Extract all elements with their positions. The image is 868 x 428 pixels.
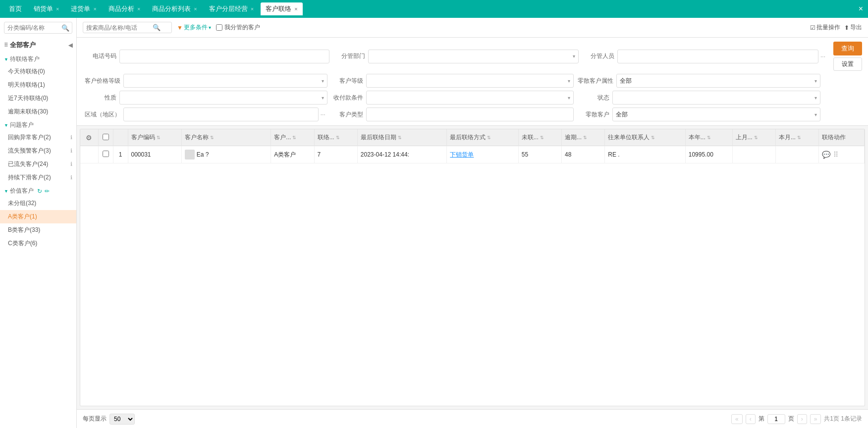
table-settings-icon[interactable]: ⚙	[86, 134, 92, 142]
payment-select[interactable]: ▾	[366, 91, 574, 105]
sidebar-item-a-class[interactable]: A类客户(1)	[0, 210, 76, 223]
nav-product-analysis-list[interactable]: 商品分析列表 ×	[147, 2, 202, 15]
close-customer-segment-tab[interactable]: ×	[251, 6, 254, 12]
first-page-btn[interactable]: «	[731, 414, 743, 424]
person-dots[interactable]: ···	[818, 53, 827, 60]
my-customers-checkbox[interactable]	[216, 24, 222, 31]
info-icon-repurchase: ℹ	[70, 134, 72, 141]
nature-select[interactable]: ▾	[119, 91, 327, 105]
retail-customer-label: 零散客户	[578, 110, 612, 119]
sidebar-item-churned[interactable]: 已流失客户(24) ℹ	[0, 158, 76, 171]
filter-icon: ▼	[177, 24, 183, 31]
customer-type-input[interactable]	[366, 107, 574, 121]
td-name: Ea ?	[181, 146, 271, 163]
close-product-analysis-tab[interactable]: ×	[137, 6, 140, 12]
region-dots[interactable]: ···	[319, 111, 327, 118]
table-header-row: ⚙ 客户编码 ⇅	[80, 129, 865, 146]
table-wrapper: ⚙ 客户编码 ⇅	[80, 129, 865, 406]
sort-name-icon[interactable]: ⇅	[210, 135, 214, 140]
close-customer-contact-tab[interactable]: ×	[294, 6, 297, 12]
query-btn[interactable]: 查询	[833, 42, 862, 55]
qr-icon[interactable]: ⠿	[833, 151, 838, 159]
sidebar-item-today[interactable]: 今天待联络(0)	[0, 65, 76, 78]
payment-label: 收付款条件	[331, 94, 366, 102]
retail-attr-select[interactable]: 全部 ▾	[616, 74, 820, 88]
chat-icon[interactable]: 💬	[822, 151, 830, 159]
last-contact-way-link[interactable]: 下销货单	[450, 151, 474, 158]
region-input[interactable]	[123, 107, 319, 121]
sort-type-icon[interactable]: ⇅	[292, 135, 296, 140]
section-triangle-value: ▼	[4, 189, 8, 194]
close-window-btn[interactable]: ×	[859, 4, 863, 13]
page-label: 第	[759, 415, 764, 423]
batch-ops-btn[interactable]: ☑ 批量操作	[810, 23, 840, 32]
sort-this-month-icon[interactable]: ⇅	[797, 135, 801, 140]
sidebar-item-repurchase-abnormal[interactable]: 回购异常客户(2) ℹ	[0, 131, 76, 144]
th-code: 客户编码 ⇅	[128, 129, 181, 146]
refresh-icon[interactable]: ↻	[37, 188, 42, 195]
export-icon: ⬆	[844, 24, 849, 31]
export-btn[interactable]: ⬆ 导出	[844, 23, 862, 32]
sort-overdue-icon[interactable]: ⇅	[583, 135, 587, 140]
sort-way-icon[interactable]: ⇅	[487, 135, 491, 140]
status-select[interactable]: ▾	[612, 91, 820, 105]
sort-no-contact-icon[interactable]: ⇅	[540, 135, 544, 140]
sidebar-item-churn-warning[interactable]: 流失预警客户(3) ℹ	[0, 144, 76, 158]
nav-customer-contact[interactable]: 客户联络 ×	[261, 2, 302, 15]
page-size-select[interactable]: 20 50 100	[109, 414, 135, 425]
sort-date-icon[interactable]: ⇅	[398, 135, 402, 140]
sidebar-item-7days[interactable]: 近7天待联络(0)	[0, 92, 76, 105]
sort-code-icon[interactable]: ⇅	[157, 135, 161, 140]
td-contact: 7	[314, 146, 357, 163]
nav-product-analysis[interactable]: 商品分析 ×	[104, 2, 145, 15]
phone-input[interactable]	[119, 50, 329, 63]
retail-attr-label: 零散客户属性	[578, 77, 616, 85]
filter-cell-payment: 收付款条件 ▾	[329, 91, 576, 105]
close-sales-tab[interactable]: ×	[56, 6, 59, 12]
sidebar-item-unclassified[interactable]: 未分组(32)	[0, 197, 76, 210]
sort-this-year-icon[interactable]: ⇅	[707, 135, 711, 140]
collapse-sidebar-btn[interactable]: ◀	[68, 42, 72, 49]
retail-attr-chevron: ▾	[814, 78, 817, 84]
nav-sales[interactable]: 销货单 ×	[29, 2, 64, 15]
close-product-analysis-list-tab[interactable]: ×	[194, 6, 197, 12]
next-page-btn[interactable]: ›	[797, 414, 807, 424]
sidebar-item-overdue[interactable]: 逾期未联络(30)	[0, 105, 76, 118]
row-checkbox[interactable]	[103, 151, 109, 157]
last-page-btn[interactable]: »	[810, 414, 821, 424]
prev-page-btn[interactable]: ‹	[746, 414, 756, 424]
th-overdue: 逾期... ⇅	[562, 129, 605, 146]
nav-customer-segment[interactable]: 客户分层经营 ×	[204, 2, 259, 15]
sidebar-item-declining[interactable]: 持续下滑客户(2) ℹ	[0, 171, 76, 184]
sidebar-item-b-class[interactable]: B类客户(33)	[0, 223, 76, 237]
td-last-contact-way: 下销货单	[447, 146, 518, 163]
close-purchase-tab[interactable]: ×	[93, 6, 96, 12]
sort-unit-contact-icon[interactable]: ⇅	[651, 135, 655, 140]
retail-customer-chevron: ▾	[814, 112, 817, 117]
page-input[interactable]	[767, 414, 785, 424]
sidebar-all-customers[interactable]: ⠿ 全部客户 ◀	[0, 38, 76, 53]
filter-row-3: 性质 ▾ 收付款条件 ▾ 状态	[83, 91, 862, 105]
person-input[interactable]	[617, 50, 818, 63]
th-action: 联络动作	[819, 129, 865, 146]
sidebar-item-c-class[interactable]: C类客户(6)	[0, 237, 76, 250]
filter-search-input[interactable]	[86, 24, 151, 31]
main-layout: 🔍 ⠿ 全部客户 ◀ ▼ 待联络客户 今天待联络(0) 明天待联络(1) 近7天…	[0, 18, 868, 428]
sort-last-month-icon[interactable]: ⇅	[754, 135, 758, 140]
settings-btn[interactable]: 设置	[833, 57, 862, 71]
edit-icon[interactable]: ✏	[45, 188, 50, 195]
dept-select[interactable]: ▾	[368, 50, 578, 63]
dept-label: 分管部门	[333, 52, 368, 60]
nav-home[interactable]: 首页	[4, 2, 27, 15]
nav-purchase[interactable]: 进货单 ×	[66, 2, 101, 15]
price-level-select[interactable]: ▾	[123, 74, 327, 88]
info-icon-churn-warning: ℹ	[70, 148, 72, 154]
sort-contact-icon[interactable]: ⇅	[336, 135, 340, 140]
filter-row-4: 区域（地区） ··· 客户类型 零散客户 全部 ▾	[83, 107, 862, 121]
more-conditions-btn[interactable]: ▼ 更多条件 ▾	[177, 23, 211, 32]
sidebar-item-tomorrow[interactable]: 明天待联络(1)	[0, 78, 76, 92]
retail-customer-select[interactable]: 全部 ▾	[612, 107, 820, 121]
customer-level-select[interactable]: ▾	[366, 74, 574, 88]
action-btns: 查询 设置	[829, 42, 862, 71]
select-all-checkbox[interactable]	[103, 134, 109, 140]
